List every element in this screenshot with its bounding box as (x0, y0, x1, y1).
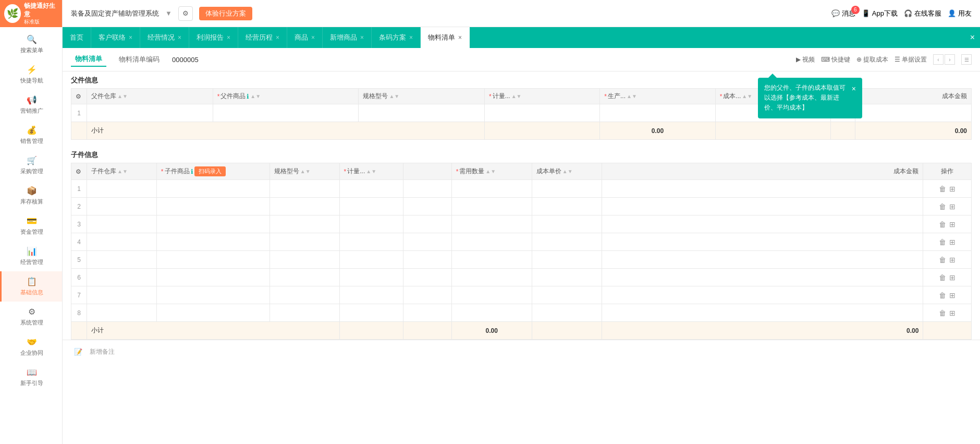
tab-goods[interactable]: 商品 × (287, 27, 323, 48)
tab-close-customer[interactable]: × (129, 34, 132, 41)
copy-icon-2[interactable]: ⊞ (949, 202, 956, 211)
tab-close-goods[interactable]: × (311, 34, 315, 41)
sidebar-item-finance[interactable]: 💳 资金管理 (0, 211, 62, 241)
user-menu[interactable]: 👤 用友 (948, 9, 972, 18)
delete-icon-6[interactable]: 🗑 (939, 273, 946, 282)
copy-icon-4[interactable]: ⊞ (949, 238, 956, 246)
copy-icon-1[interactable]: ⊞ (949, 185, 956, 193)
tab-close-barcode[interactable]: × (409, 34, 413, 41)
dropdown-arrow[interactable]: ▼ (165, 9, 172, 17)
menu-icon[interactable]: ☰ (961, 54, 972, 65)
child-col-unit-cost: 成本单价▲▼ (532, 163, 602, 180)
delete-icon-8[interactable]: 🗑 (939, 309, 946, 317)
next-arrow[interactable]: › (945, 54, 955, 65)
tooltip-close-btn[interactable]: × (852, 83, 856, 94)
child-cell-unit-1[interactable] (339, 180, 403, 198)
parent-cell-warehouse[interactable] (87, 104, 213, 122)
tab-customer[interactable]: 客户联络 × (91, 27, 140, 48)
page-tab-bom[interactable]: 物料清单 (71, 52, 106, 67)
parent-col-amount: 成本金额 (855, 89, 972, 104)
tab-history[interactable]: 经营历程 × (238, 27, 287, 48)
copy-icon-8[interactable]: ⊞ (949, 309, 956, 317)
child-cell-unitcost-2[interactable] (532, 198, 602, 215)
child-cell-warehouse-2[interactable] (87, 198, 157, 215)
child-row: 1 🗑 ⊞ (71, 180, 972, 198)
view-action[interactable]: ▶ 视频 (796, 55, 815, 64)
parent-cell-spec[interactable] (359, 104, 485, 122)
copy-icon-3[interactable]: ⊞ (949, 220, 956, 229)
parent-col-warehouse: 父件仓库▲▼ (87, 89, 213, 104)
copy-icon-7[interactable]: ⊞ (949, 291, 956, 299)
parent-cell-amount (855, 104, 972, 122)
tab-operation-status[interactable]: 经营情况 × (140, 27, 189, 48)
copy-icon-5[interactable]: ⊞ (949, 256, 956, 264)
delete-icon-3[interactable]: 🗑 (939, 220, 946, 229)
tab-close-all[interactable]: × (965, 33, 980, 42)
sidebar-item-system[interactable]: ⚙ 系统管理 (0, 302, 62, 332)
child-cell-qty-2[interactable] (451, 198, 532, 215)
sidebar-item-quicknav[interactable]: ⚡ 快捷导航 (0, 59, 62, 90)
delete-icon-2[interactable]: 🗑 (939, 202, 946, 211)
marketing-icon: 📢 (27, 95, 37, 105)
add-note-btn[interactable]: 📝 (71, 344, 85, 359)
delete-icon-5[interactable]: 🗑 (939, 256, 946, 264)
tab-bom[interactable]: 物料清单 × (421, 27, 470, 48)
delete-icon-4[interactable]: 🗑 (939, 238, 946, 246)
tab-close-history[interactable]: × (276, 34, 279, 41)
delete-icon-7[interactable]: 🗑 (939, 291, 946, 299)
child-cell-spec-1[interactable] (270, 180, 339, 198)
sidebar-item-guide[interactable]: 📖 新手引导 (0, 362, 62, 392)
copy-icon-6[interactable]: ⊞ (949, 273, 956, 282)
child-col-extra (403, 163, 452, 180)
child-cell-unitcost-1[interactable] (532, 180, 602, 198)
trial-btn[interactable]: 体验行业方案 (199, 7, 252, 20)
child-cell-goods-2[interactable] (156, 198, 270, 215)
single-setting-action[interactable]: ☰ 单据设置 (895, 55, 927, 64)
tab-close-bom[interactable]: × (458, 34, 462, 41)
child-cell-spec-2[interactable] (270, 198, 339, 215)
tab-profit[interactable]: 利润报告 × (189, 27, 238, 48)
sidebar: 🌿 畅捷通好生意 标准版 🔍 搜索菜单 ⚡ 快捷导航 📢 营销推广 💰 销售管理… (0, 0, 63, 444)
tab-close-profit[interactable]: × (227, 34, 230, 41)
delete-icon-1[interactable]: 🗑 (939, 185, 946, 193)
gear-button[interactable]: ⚙ (178, 6, 193, 21)
page-actions: ▶ 视频 ⌨ 快捷键 ⊕ 提取成本 ☰ 单据设置 ‹ › (796, 54, 972, 65)
child-cell-unit-2[interactable] (339, 198, 403, 215)
sidebar-item-operation[interactable]: 📊 经营管理 (0, 241, 62, 271)
tab-close-operation[interactable]: × (178, 34, 181, 41)
app-download[interactable]: 📱 App下载 (862, 9, 898, 18)
sidebar-item-purchase[interactable]: 🛒 采购管理 (0, 150, 62, 181)
sidebar-item-search[interactable]: 🔍 搜索菜单 (0, 29, 62, 59)
child-cell-warehouse-1[interactable] (87, 180, 157, 198)
child-cell-action-1: 🗑 ⊞ (923, 180, 972, 198)
child-cell-qty-1[interactable] (451, 180, 532, 198)
child-col-settings[interactable]: ⚙ (71, 163, 87, 180)
child-cell-extra-1[interactable] (403, 180, 452, 198)
tab-new-goods[interactable]: 新增商品 × (323, 27, 372, 48)
parent-cell-goods[interactable] (213, 104, 359, 122)
tab-barcode[interactable]: 条码方案 × (372, 27, 421, 48)
child-cell-goods-1[interactable] (156, 180, 270, 198)
child-col-spec: 规格型号▲▼ (270, 163, 339, 180)
prev-arrow[interactable]: ‹ (933, 54, 944, 65)
page-tab-code[interactable]: 物料清单编码 (115, 53, 164, 66)
tab-home[interactable]: 首页 (63, 27, 91, 48)
sidebar-item-basic[interactable]: 📋 基础信息 (0, 271, 62, 302)
shortcut-action[interactable]: ⌨ 快捷键 (821, 55, 850, 64)
parent-cell-unit[interactable] (485, 104, 600, 122)
parent-col-goods: *父件商品ℹ▲▼ (213, 89, 359, 104)
sidebar-item-sales[interactable]: 💰 销售管理 (0, 120, 62, 150)
sidebar-item-marketing[interactable]: 📢 营销推广 (0, 90, 62, 120)
sales-icon: 💰 (27, 125, 37, 135)
tab-close-new-goods[interactable]: × (360, 34, 364, 41)
message-badge[interactable]: 💬 消息 6 (831, 9, 855, 18)
extract-cost-action[interactable]: ⊕ 提取成本 (856, 55, 888, 64)
sidebar-item-inventory[interactable]: 📦 库存核算 (0, 181, 62, 211)
child-cell-extra-2[interactable] (403, 198, 452, 215)
parent-cell-produce[interactable] (600, 104, 715, 122)
scan-button[interactable]: 扫码录入 (194, 166, 226, 176)
sidebar-item-cooperation[interactable]: 🤝 企业协同 (0, 332, 62, 362)
child-col-amount: 成本金额 (602, 163, 923, 180)
online-service[interactable]: 🎧 在线客服 (904, 9, 941, 18)
parent-col-settings[interactable]: ⚙ (71, 89, 87, 104)
